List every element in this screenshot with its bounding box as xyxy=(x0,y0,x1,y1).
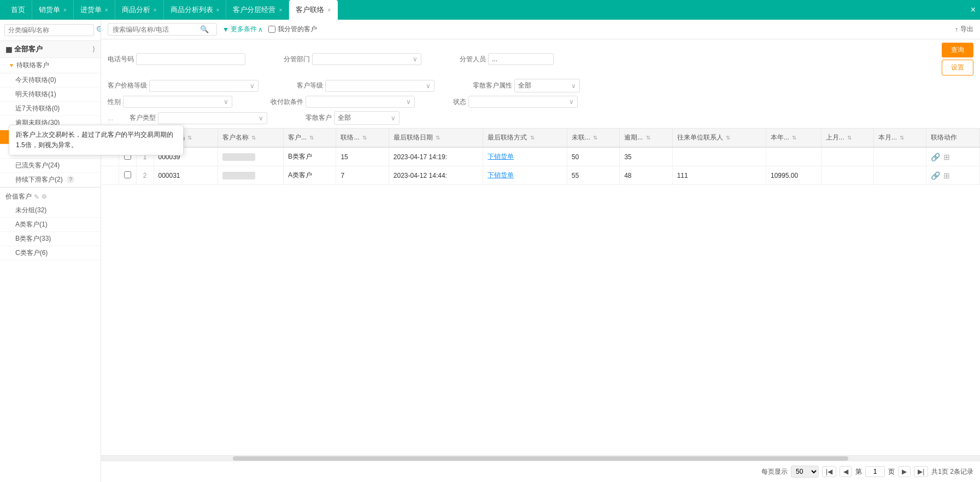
tab-home[interactable]: 首页 xyxy=(4,0,32,20)
tab-analysis[interactable]: 商品分析 × xyxy=(115,0,164,20)
last-page-button[interactable]: ▶| xyxy=(914,466,928,477)
close-purchase-icon[interactable]: × xyxy=(105,7,108,13)
table-header-row: ⚙ 客户编码 ⇅ 客户名称 ⇅ xyxy=(101,129,980,147)
table-area: ⚙ 客户编码 ⇅ 客户名称 ⇅ xyxy=(101,129,980,455)
tab-analysis-list[interactable]: 商品分析列表 × xyxy=(164,0,227,20)
col-type[interactable]: 客户... ⇅ xyxy=(283,129,336,147)
status-select[interactable]: ∨ xyxy=(468,96,578,108)
payment-terms-select[interactable]: ∨ xyxy=(306,96,415,108)
row2-last-month xyxy=(821,166,873,185)
tab-customer-contact[interactable]: 客户联络 × xyxy=(289,0,338,20)
col-last-date[interactable]: 最后联络日期 ⇅ xyxy=(389,129,483,147)
sidebar-search-icon[interactable]: 🔍 xyxy=(96,26,101,34)
sidebar-item-b-class[interactable]: B类客户(33) xyxy=(0,232,101,246)
sidebar-item-7days[interactable]: 近7天待联络(0) xyxy=(0,102,101,116)
search-input[interactable] xyxy=(113,26,200,33)
tab-label-customer-tier: 客户分层经营 xyxy=(233,5,275,15)
row1-last-method-val[interactable]: 下销货单 xyxy=(488,153,514,160)
retail-attr-select[interactable]: 全部 ∨ xyxy=(514,79,580,92)
next-page-button[interactable]: ▶ xyxy=(898,466,911,477)
search-icon: 🔍 xyxy=(200,25,209,33)
row1-name-val xyxy=(222,153,255,161)
manager-ellipsis: ... xyxy=(492,55,497,63)
sidebar-all-customers[interactable]: ▦ 全部客户 ⟩ xyxy=(0,41,101,58)
row2-settings xyxy=(101,166,119,185)
col-unit-contact[interactable]: 往来单位联系人 ⇅ xyxy=(672,129,766,147)
row1-link-icon[interactable]: 🔗 xyxy=(931,153,940,161)
my-customers-checkbox[interactable] xyxy=(268,26,275,33)
close-analysis-icon[interactable]: × xyxy=(154,7,157,13)
edit-icon[interactable]: ✎ xyxy=(34,193,39,201)
col-name[interactable]: 客户名称 ⇅ xyxy=(218,129,283,147)
dept-label: 分管部门 xyxy=(284,55,310,64)
tab-label-analysis-list: 商品分析列表 xyxy=(171,5,213,15)
close-customer-contact-icon[interactable]: × xyxy=(327,7,331,13)
close-customer-tier-icon[interactable]: × xyxy=(279,7,282,13)
sidebar-item-declining[interactable]: 持续下滑客户(2) ? xyxy=(0,173,101,187)
phone-label: 电话号码 xyxy=(108,55,134,64)
manager-filter: 分管人员 ... xyxy=(460,53,554,65)
setup-button[interactable]: 设置 xyxy=(942,60,973,76)
filter-ellipsis: ... xyxy=(108,114,113,122)
close-analysis-list-icon[interactable]: × xyxy=(216,7,220,13)
dept-select[interactable]: ∨ xyxy=(312,53,421,65)
col-last-method-label: 最后联络方式 xyxy=(488,133,527,141)
row2-last-method-val[interactable]: 下销货单 xyxy=(488,171,514,179)
tooltip-text: 距客户上次交易时长，超过了此客户的平均交易周期的1.5倍，则视为异常。 xyxy=(16,131,173,149)
per-page-select[interactable]: 50 10 20 100 xyxy=(791,466,819,478)
col-this-year[interactable]: 本年... ⇅ xyxy=(766,129,821,147)
manager-select[interactable]: ... xyxy=(488,53,554,65)
row1-grid-icon[interactable]: ⊞ xyxy=(943,153,950,161)
row2-select-checkbox[interactable] xyxy=(124,171,131,178)
tab-sales[interactable]: 销货单 × xyxy=(32,0,74,20)
sidebar-item-tomorrow[interactable]: 明天待联络(1) xyxy=(0,88,101,102)
col-contact[interactable]: 联络... ⇅ xyxy=(336,129,389,147)
col-this-month[interactable]: 本月... ⇅ xyxy=(873,129,926,147)
global-close-button[interactable]: × xyxy=(971,5,976,15)
sidebar-item-c-class[interactable]: C类客户(6) xyxy=(0,246,101,260)
sidebar-item-ungrouped[interactable]: 未分组(32) xyxy=(0,204,101,218)
sidebar-item-today[interactable]: 今天待联络(0) xyxy=(0,73,101,88)
tab-purchase[interactable]: 进货单 × xyxy=(74,0,115,20)
row2-num-val: 2 xyxy=(143,172,147,179)
payment-caret: ∨ xyxy=(406,98,411,106)
col-overdue[interactable]: 逾期... ⇅ xyxy=(620,129,672,147)
tab-customer-tier[interactable]: 客户分层经营 × xyxy=(226,0,289,20)
phone-input[interactable] xyxy=(136,53,245,65)
query-button[interactable]: 查询 xyxy=(942,43,973,57)
value-group-settings-icon[interactable]: ⚙ xyxy=(42,193,47,200)
export-button[interactable]: ↑ 导出 xyxy=(955,25,973,34)
row2-contact: 7 xyxy=(336,166,389,185)
row1-contact-val: 15 xyxy=(341,153,348,161)
prev-page-button[interactable]: ◀ xyxy=(840,466,852,477)
customer-type-select[interactable]: ∨ xyxy=(158,112,267,124)
col-uncontacted[interactable]: 未联... ⇅ xyxy=(567,129,619,147)
value-group-header[interactable]: 价值客户 ✎ ⚙ xyxy=(0,190,101,204)
row2-grid-icon[interactable]: ⊞ xyxy=(943,171,950,180)
col-last-method[interactable]: 最后联络方式 ⇅ xyxy=(483,129,567,147)
gender-select[interactable]: ∨ xyxy=(123,96,232,108)
per-page-label: 每页显示 xyxy=(761,467,788,477)
more-conditions-button[interactable]: ▼ 更多条件 ∧ xyxy=(222,25,263,34)
price-level-select[interactable]: ∨ xyxy=(149,80,259,92)
first-page-button[interactable]: |◀ xyxy=(822,466,836,477)
sidebar-search-input[interactable] xyxy=(4,24,94,36)
row2-link-icon[interactable]: 🔗 xyxy=(931,171,940,180)
my-customers-filter: 我分管的客户 xyxy=(268,25,317,34)
row2-overdue-val: 48 xyxy=(624,172,631,179)
7days-label: 近7天待联络(0) xyxy=(15,104,60,112)
sort-this-month-icon: ⇅ xyxy=(900,135,904,141)
row1-last-month xyxy=(821,147,873,166)
col-last-month[interactable]: 上月... ⇅ xyxy=(821,129,873,147)
collapse-icon[interactable]: ⟩ xyxy=(92,45,95,53)
sidebar-item-a-class[interactable]: A类客户(1) xyxy=(0,218,101,232)
page-number-input[interactable] xyxy=(865,466,885,477)
pending-group-title[interactable]: ▼ 待联络客户 xyxy=(0,58,101,73)
customer-type-filter: 客户类型 ∨ xyxy=(130,112,267,124)
customer-level-select[interactable]: ∨ xyxy=(325,80,435,92)
dept-filter: 分管部门 ∨ xyxy=(284,53,421,65)
retail-customer-select[interactable]: 全部 ∨ xyxy=(334,111,400,125)
close-sales-icon[interactable]: × xyxy=(63,7,67,13)
horizontal-scrollbar[interactable] xyxy=(101,455,980,461)
sidebar-item-lost[interactable]: 已流失客户(24) xyxy=(0,159,101,173)
